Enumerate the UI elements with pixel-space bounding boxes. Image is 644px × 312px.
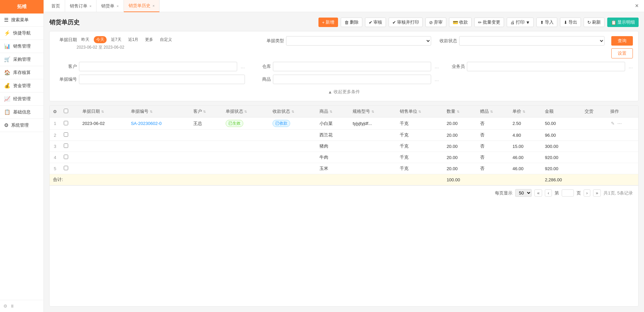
tab-sales-shipment[interactable]: 销货单 × <box>96 0 123 12</box>
sort-gift[interactable]: ⇅ <box>490 110 493 113</box>
new-button[interactable]: + 新增 <box>318 18 338 27</box>
refresh-button[interactable]: ↻ 刷新 <box>584 18 605 27</box>
delete-button[interactable]: 🗑 删除 <box>341 18 362 27</box>
abandon-button[interactable]: ⊘ 弃审 <box>425 18 446 27</box>
customer-dots[interactable]: … <box>241 64 245 69</box>
sidebar-item-label: 采购管理 <box>13 56 31 62</box>
sidebar-collapse-icon[interactable]: ⏸ <box>10 304 15 309</box>
sort-qty[interactable]: ⇅ <box>457 110 459 113</box>
payment-status-select[interactable] <box>459 36 605 46</box>
tab-sales-shipment-close[interactable]: × <box>116 4 118 8</box>
date-tag-1month[interactable]: 近1月 <box>126 36 141 43</box>
row-5-doc-status <box>222 163 269 174</box>
tab-sales-order[interactable]: 销售订单 × <box>65 0 96 12</box>
sidebar-item-sales-mgmt[interactable]: 📊 销售管理 <box>0 40 44 53</box>
sort-unit-price[interactable]: ⇅ <box>523 110 525 113</box>
print-icon: 🖨 <box>510 20 515 25</box>
sort-doc-date[interactable]: ⇅ <box>101 110 104 113</box>
row-2-check[interactable] <box>64 132 68 137</box>
refresh-icon: ↻ <box>587 20 591 25</box>
sidebar-item-purchase-mgmt[interactable]: 🛒 采购管理 <box>0 53 44 66</box>
tab-bar-close[interactable]: × <box>635 2 641 9</box>
select-all-checkbox[interactable] <box>64 109 68 113</box>
search-menu-icon: ☰ <box>4 17 8 23</box>
row-2-checkbox <box>60 130 79 141</box>
row-3-unit-price: 15.00 <box>509 141 541 152</box>
tab-home-label: 首页 <box>51 3 60 9</box>
tab-home[interactable]: 首页 <box>47 0 65 12</box>
date-tag-yesterday[interactable]: 昨天 <box>79 36 92 43</box>
customer-input[interactable] <box>79 62 237 71</box>
date-label: 单据日期 <box>55 37 77 43</box>
sidebar-item-search-menu[interactable]: ☰ 搜索菜单 <box>0 14 44 27</box>
sidebar-settings-icon[interactable]: ⚙ <box>3 304 7 309</box>
page-first-button[interactable]: « <box>534 189 542 197</box>
staff-dots[interactable]: … <box>628 64 633 69</box>
sidebar-item-basic-info[interactable]: 📋 基础信息 <box>0 106 44 119</box>
row-1-edit-icon[interactable]: ✎ <box>611 121 615 126</box>
page-number-input[interactable]: 1 <box>562 189 574 197</box>
print-button[interactable]: 🖨 打印 ▼ <box>507 18 534 27</box>
row-1-customer: 王总 <box>190 118 222 130</box>
audit-print-button[interactable]: ✔ 审核并打印 <box>389 18 423 27</box>
row-4-amount: 920.00 <box>541 152 581 163</box>
row-4-doc-status <box>222 152 269 163</box>
sort-payment-status[interactable]: ⇅ <box>291 110 294 113</box>
row-2-doc-status <box>222 130 269 141</box>
operations-icon: 📈 <box>4 96 10 102</box>
sort-customer[interactable]: ⇅ <box>203 110 206 113</box>
sort-doc-status[interactable]: ⇅ <box>244 110 247 113</box>
export-button[interactable]: ⬇ 导出 <box>560 18 581 27</box>
staff-input[interactable] <box>467 62 625 71</box>
per-page-select[interactable]: 50 <box>515 189 532 197</box>
tab-sales-history-close[interactable]: × <box>152 4 155 8</box>
set-button[interactable]: 设置 <box>611 48 633 58</box>
page-last-button[interactable]: » <box>593 189 601 197</box>
tab-sales-order-close[interactable]: × <box>89 4 91 8</box>
show-detail-button[interactable]: 📋 显示明细 <box>607 18 639 27</box>
page-prev-button[interactable]: ‹ <box>545 189 552 197</box>
table-scroll[interactable]: ⚙ 单据日期 ⇅ 单据编号 ⇅ 客户 <box>50 106 638 185</box>
row-1-check[interactable] <box>64 121 68 125</box>
warehouse-input[interactable] <box>273 62 431 71</box>
row-1-spec: tyjyjtyjdf... <box>349 118 396 130</box>
tab-sales-history[interactable]: 销货单历史 × <box>124 0 160 12</box>
query-button[interactable]: 查询 <box>611 36 633 46</box>
row-3-check[interactable] <box>64 144 68 148</box>
sidebar-item-operations[interactable]: 📈 经营管理 <box>0 93 44 106</box>
date-tag-custom[interactable]: 自定义 <box>158 36 174 43</box>
date-tag-more[interactable]: 更多 <box>143 36 156 43</box>
row-1-doc-link[interactable]: SA-20230602-0 <box>131 121 162 126</box>
date-tag-7days[interactable]: 近7天 <box>109 36 124 43</box>
sidebar-item-label: 快捷导航 <box>13 30 31 36</box>
sort-unit[interactable]: ⇅ <box>418 110 421 113</box>
sys-mgmt-icon: ⚙ <box>4 122 8 128</box>
row-2-action <box>607 130 638 141</box>
col-settings[interactable]: ⚙ <box>50 106 60 118</box>
sort-spec[interactable]: ⇅ <box>371 110 374 113</box>
audit-button[interactable]: ✔ 审核 <box>365 18 386 27</box>
table-row: 4 牛肉 千克 20.00 否 46.00 <box>50 152 638 163</box>
import-button[interactable]: ⬆ 导入 <box>536 18 557 27</box>
row-4-check[interactable] <box>64 155 68 159</box>
doc-type-select[interactable] <box>286 36 431 46</box>
goods-dots[interactable]: … <box>435 77 439 82</box>
batch-change-button[interactable]: ✏ 批量变更 <box>474 18 504 27</box>
row-5-check[interactable] <box>64 166 68 170</box>
collect-button[interactable]: 💳 收款 <box>449 18 472 27</box>
row-1-more-icon[interactable]: ⋯ <box>617 121 622 126</box>
date-tag-today[interactable]: 今天 <box>94 36 107 43</box>
warehouse-dots[interactable]: … <box>435 64 439 69</box>
sort-doc-no[interactable]: ⇅ <box>150 110 152 113</box>
sidebar-item-sys-mgmt[interactable]: ⚙ 系统管理 <box>0 119 44 132</box>
page-next-button[interactable]: › <box>584 189 590 197</box>
collapse-button[interactable]: ▲ 收起更多条件 <box>55 87 633 96</box>
data-table: ⚙ 单据日期 ⇅ 单据编号 ⇅ 客户 <box>50 106 638 185</box>
doc-no-input[interactable] <box>79 75 245 84</box>
sidebar-item-finance[interactable]: 💰 资金管理 <box>0 79 44 93</box>
sort-goods[interactable]: ⇅ <box>330 110 332 113</box>
collect-icon: 💳 <box>453 20 458 25</box>
sidebar-item-inventory[interactable]: 🏠 库存核算 <box>0 66 44 79</box>
sidebar-item-quick-nav[interactable]: ⚡ 快捷导航 <box>0 27 44 40</box>
goods-input[interactable] <box>273 75 431 84</box>
